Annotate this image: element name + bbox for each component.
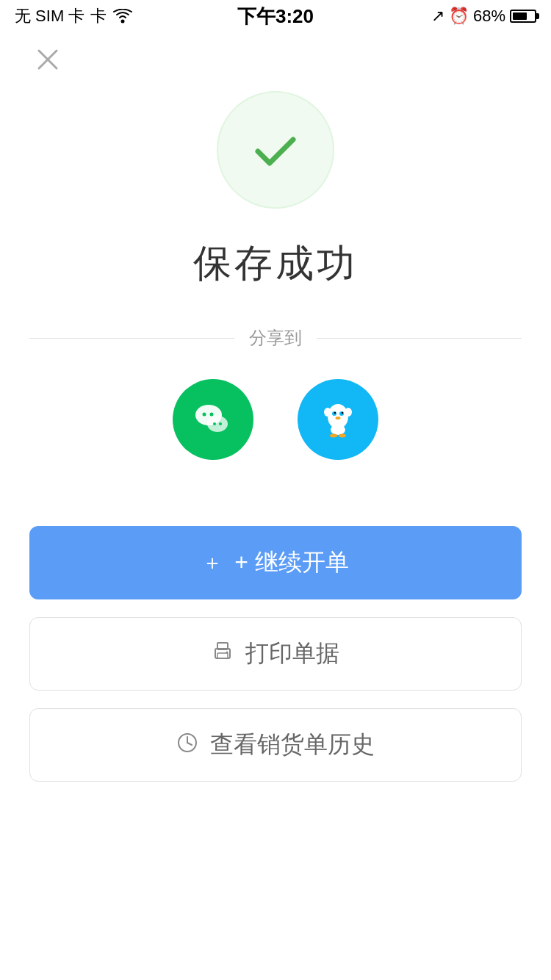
clock-icon <box>176 732 198 759</box>
printer-svg <box>212 641 234 663</box>
print-button[interactable]: 打印单据 <box>29 617 522 691</box>
status-bar: 无 SIM 卡 卡 下午3:20 ↗ ⏰ 68% <box>0 0 551 32</box>
svg-point-11 <box>339 411 344 416</box>
continue-label: + 继续开单 <box>234 547 349 579</box>
plus-icon: ＋ <box>202 549 223 577</box>
status-right: ↗ ⏰ 68% <box>431 7 536 26</box>
svg-point-5 <box>203 413 206 417</box>
print-label: 打印单据 <box>245 638 339 670</box>
no-sim-text: 无 SIM 卡 <box>15 5 84 27</box>
clock-svg <box>176 732 198 754</box>
svg-point-8 <box>219 422 222 425</box>
svg-point-12 <box>334 412 336 414</box>
svg-point-13 <box>342 412 343 414</box>
history-button[interactable]: 查看销货单历史 <box>29 708 522 782</box>
close-button[interactable] <box>29 41 66 78</box>
svg-point-15 <box>324 408 331 417</box>
svg-point-19 <box>339 434 346 438</box>
svg-point-23 <box>226 651 228 653</box>
svg-point-18 <box>330 434 337 438</box>
location-icon: ↗ <box>431 7 444 26</box>
battery-percent: 68% <box>473 7 505 26</box>
svg-line-26 <box>187 743 192 745</box>
main-content: 保存成功 分享到 <box>0 32 551 782</box>
checkmark-icon <box>246 120 305 179</box>
history-label: 查看销货单历史 <box>210 729 375 761</box>
sim-card-icon: 卡 <box>90 5 107 27</box>
success-title: 保存成功 <box>193 238 358 289</box>
share-label: 分享到 <box>249 326 302 350</box>
svg-point-4 <box>207 416 228 432</box>
divider-line-left <box>29 338 234 339</box>
svg-rect-22 <box>217 653 228 658</box>
qq-share-button[interactable] <box>298 379 378 460</box>
share-icons <box>29 379 522 460</box>
svg-point-16 <box>345 408 352 417</box>
svg-point-17 <box>331 425 345 435</box>
wechat-share-button[interactable] <box>173 379 253 460</box>
wechat-icon <box>190 396 237 443</box>
qq-icon <box>314 396 361 443</box>
continue-button[interactable]: ＋ + 继续开单 <box>29 526 522 599</box>
svg-point-7 <box>213 422 216 425</box>
battery-icon <box>510 10 536 23</box>
wifi-icon <box>112 9 133 24</box>
printer-icon <box>212 641 234 668</box>
divider-line-right <box>317 338 522 339</box>
close-icon <box>36 48 60 71</box>
status-left: 无 SIM 卡 卡 <box>15 5 133 27</box>
svg-point-0 <box>121 20 125 24</box>
status-time: 下午3:20 <box>237 4 314 29</box>
alarm-icon: ⏰ <box>449 7 469 26</box>
success-circle <box>217 91 334 209</box>
svg-point-6 <box>210 413 214 417</box>
svg-point-14 <box>336 417 341 419</box>
battery-fill <box>513 12 527 20</box>
svg-point-10 <box>332 411 336 416</box>
share-divider: 分享到 <box>29 326 522 350</box>
actions-section: ＋ + 继续开单 打印单据 <box>0 526 551 782</box>
share-section: 分享到 <box>0 326 551 475</box>
